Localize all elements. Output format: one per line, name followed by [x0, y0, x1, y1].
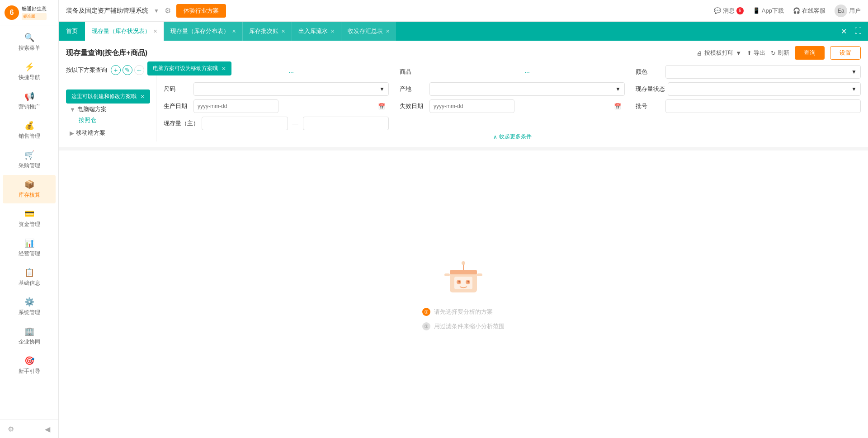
scheme-mobile[interactable]: ▶ 移动端方案	[66, 127, 152, 138]
sidebar-logo: 6 畅通好生意 标准版	[0, 0, 58, 25]
tab-close-icon[interactable]: ✕	[232, 28, 236, 34]
tab-label: 库存批次账	[249, 27, 278, 35]
origin-select[interactable]: ▼	[429, 82, 625, 96]
page-content: 现存量查询(按仓库+商品) 🖨 按模板打印 ▼ ⬆ 导出 ↻ 刷新	[59, 41, 868, 438]
sidebar-item-system[interactable]: ⚙️ 系统管理	[3, 292, 56, 321]
system-title: 装备及固定资产辅助管理系统	[66, 7, 148, 15]
expiry-date-start-wrap: 📅	[429, 99, 625, 113]
empty-step2: ② 用过滤条件来缩小分析范围	[422, 320, 505, 332]
filter-area: 现存量查询(按仓库+商品) 🖨 按模板打印 ▼ ⬆ 导出 ↻ 刷新	[59, 41, 868, 147]
calendar-icon: 📅	[378, 103, 385, 110]
tab-inventory-dist[interactable]: 现存量（库存分布表） ✕	[164, 22, 242, 41]
sidebar-item-basic[interactable]: 📋 基础信息	[3, 263, 56, 292]
header-right: 💬 消息 6 📱 App下载 🎧 在线客服 Ea 用户	[714, 5, 861, 17]
setting-btn[interactable]: 设置	[830, 46, 861, 60]
color-select[interactable]: ▼	[665, 65, 861, 79]
system-dropdown-icon[interactable]: ▼	[154, 8, 159, 14]
tab-inout-flow[interactable]: 出入库流水 ✕	[292, 22, 341, 41]
stock-status-dropdown-icon: ▼	[851, 86, 857, 92]
filter-expiry-date: 失效日期 📅	[400, 99, 625, 113]
stock-status-select[interactable]: ▼	[668, 82, 861, 96]
enterprise-icon: 🏢	[24, 326, 34, 336]
production-date-start-wrap: 📅	[193, 99, 389, 113]
expiry-date-start-input[interactable]	[429, 99, 514, 113]
size-select[interactable]: ▼	[193, 82, 389, 96]
sidebar-item-inventory[interactable]: 📦 库存核算	[3, 175, 56, 203]
scheme-row: 按以下方案查询 + ✎ ← 电脑方案可设为移动方案哦 ✕	[66, 65, 152, 75]
stock-main-min-input[interactable]	[202, 117, 288, 130]
title-actions: 🖨 按模板打印 ▼ ⬆ 导出 ↻ 刷新 查询 设置	[697, 46, 861, 60]
tab-label: 收发存汇总表	[348, 27, 383, 35]
refresh-label: 刷新	[778, 49, 789, 57]
tooltip2-close-icon[interactable]: ✕	[140, 94, 145, 100]
sidebar-item-enterprise[interactable]: 🏢 企业协同	[3, 322, 56, 350]
header-online-service[interactable]: 🎧 在线客服	[793, 7, 826, 15]
sidebar-item-guide[interactable]: 🎯 新手引导	[3, 351, 56, 380]
header-app-download[interactable]: 📱 App下载	[753, 7, 784, 15]
header-user[interactable]: Ea 用户	[835, 5, 861, 17]
sidebar-item-label: 销售管理	[19, 132, 40, 140]
origin-dropdown-icon: ▼	[615, 86, 621, 92]
filter-stock-main: 现存量（主） —	[164, 117, 389, 130]
goods-dots-icon[interactable]: ···	[429, 68, 625, 75]
empty-step2-text: 用过滤条件来缩小分析范围	[434, 320, 505, 332]
filter-batch-no: 批号	[636, 99, 861, 113]
tab-close-icon[interactable]: ✕	[330, 28, 335, 34]
sidebar: 6 畅通好生意 标准版 🔍 搜索菜单 ⚡ 快捷导航 📢 营销推广 💰 销售管理 …	[0, 0, 59, 438]
sidebar-item-label: 快捷导航	[19, 74, 40, 81]
sidebar-item-marketing[interactable]: 📢 营销推广	[3, 87, 56, 115]
scheme-desktop[interactable]: ▼ 电脑端方案	[66, 104, 152, 115]
quick-icon: ⚡	[24, 62, 34, 72]
service-icon: 🎧	[793, 7, 800, 14]
header-message[interactable]: 💬 消息 6	[714, 7, 744, 15]
tab-batch-ledger[interactable]: 库存批次账 ✕	[242, 22, 292, 41]
edit-scheme-icon[interactable]: ✎	[123, 65, 132, 75]
tab-inventory-status[interactable]: 现存量（库存状况表） ✕	[85, 22, 164, 41]
step1-circle: ①	[422, 308, 430, 316]
scheme-icons: + ✎ ←	[111, 65, 144, 75]
sidebar-item-operations[interactable]: 📊 经营管理	[3, 234, 56, 262]
tab-close-all-icon[interactable]: ✕	[838, 26, 849, 37]
scheme-mobile-label: 移动端方案	[76, 129, 105, 137]
sidebar-item-label: 搜索菜单	[19, 44, 40, 52]
empty-illustration	[441, 256, 486, 297]
main-content: 装备及固定资产辅助管理系统 ▼ ⚙ 体验行业方案 💬 消息 6 📱 App下载 …	[59, 0, 868, 438]
batch-no-input[interactable]	[665, 99, 861, 113]
tab-receive-send[interactable]: 收发存汇总表 ✕	[341, 22, 396, 41]
header-gear-icon[interactable]: ⚙	[165, 6, 171, 15]
template-print-btn[interactable]: 🖨 按模板打印 ▼	[697, 49, 741, 57]
search-btn[interactable]: 查询	[795, 46, 825, 60]
sidebar-item-purchase[interactable]: 🛒 采购管理	[3, 146, 56, 174]
collapse-label: 收起更多条件	[499, 133, 532, 141]
settings-bottom-icon[interactable]: ⚙	[6, 424, 15, 433]
svg-rect-10	[477, 273, 482, 276]
sidebar-item-sales[interactable]: 💰 销售管理	[3, 116, 56, 145]
collapse-bar[interactable]: ∧ 收起更多条件	[164, 130, 861, 141]
logo-text: 畅通好生意 标准版	[22, 5, 47, 20]
scheme-desktop-label: 电脑端方案	[77, 105, 107, 113]
filter-production-date: 生产日期 📅	[164, 99, 389, 113]
scheme-child-label: 按照仓	[79, 116, 96, 124]
tab-home[interactable]: 首页	[59, 22, 85, 41]
tab-close-icon[interactable]: ✕	[386, 28, 390, 34]
tab-close-icon[interactable]: ✕	[281, 28, 285, 34]
tab-fullscreen-icon[interactable]: ⛶	[853, 26, 863, 37]
sidebar-item-finance[interactable]: 💳 资金管理	[3, 204, 56, 233]
empty-step1: ① 请先选择要分析的方案	[422, 306, 505, 318]
export-btn[interactable]: ⬆ 导出	[747, 49, 765, 57]
goods-label: 商品	[400, 68, 427, 76]
collapse-sidebar-icon[interactable]: ◀	[43, 424, 52, 433]
sidebar-item-label: 新手引导	[19, 367, 40, 375]
production-date-start-input[interactable]	[193, 99, 278, 113]
refresh-btn[interactable]: ↻ 刷新	[771, 49, 789, 57]
arrow-scheme-icon[interactable]: ←	[134, 65, 144, 75]
scheme-desktop-child[interactable]: 按照仓	[66, 115, 152, 126]
tooltip-close-icon[interactable]: ✕	[222, 66, 226, 72]
sidebar-item-quick[interactable]: ⚡ 快捷导航	[3, 57, 56, 86]
add-scheme-icon[interactable]: +	[111, 65, 121, 75]
trial-btn[interactable]: 体验行业方案	[176, 4, 226, 18]
stock-main-max-input[interactable]	[303, 117, 389, 130]
tab-close-icon[interactable]: ✕	[153, 28, 157, 34]
sidebar-item-search[interactable]: 🔍 搜索菜单	[3, 28, 56, 57]
filter-fields: 仓库 ··· 商品 ··· 颜色 ▼	[156, 65, 861, 141]
